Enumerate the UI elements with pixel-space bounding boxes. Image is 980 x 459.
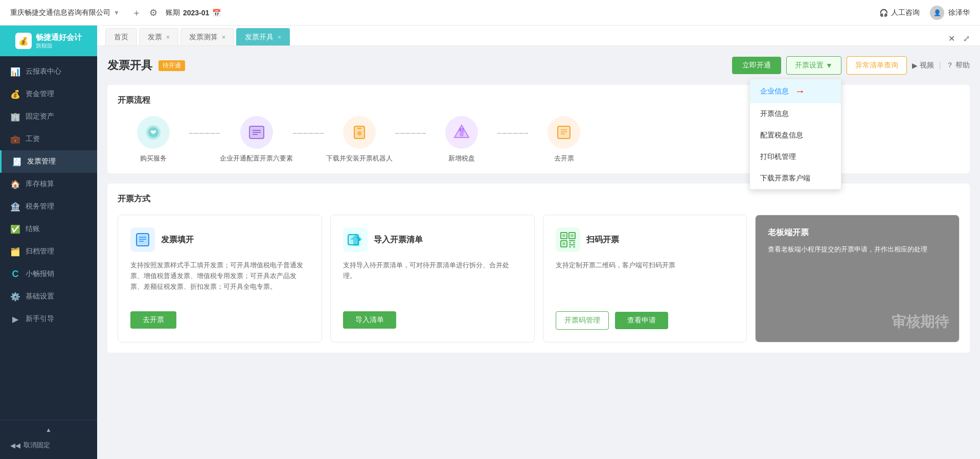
step-label-2: 企业开通配置开票六要素: [220, 154, 293, 163]
method-card-header-fill: 发票填开: [130, 227, 309, 252]
close-tab-button[interactable]: ✕: [946, 32, 957, 45]
question-icon: ？: [946, 61, 953, 70]
sidebar-item-checkout[interactable]: ✅ 结账: [0, 218, 97, 240]
boss-invoice-title: 老板端开票: [768, 227, 947, 238]
help-button[interactable]: ？ 帮助: [946, 61, 970, 70]
method-card-scan: 扫码开票 支持定制开票二维码，客户端可扫码开票 开票码管理 查看申请: [543, 215, 747, 342]
qrcode-manage-button[interactable]: 开票码管理: [556, 311, 609, 330]
method-card-import: 导入开票清单 支持导入待开票清单，可对待开票清单进行拆分、合并处理。 导入清单: [330, 215, 535, 342]
sidebar-item-label: 库存核算: [26, 179, 54, 189]
chart-icon: 📊: [10, 66, 20, 77]
page-title: 发票开具: [107, 58, 152, 73]
view-apply-button[interactable]: 查看申请: [615, 312, 668, 329]
sidebar-item-archive[interactable]: 🗂️ 归档管理: [0, 240, 97, 263]
step-label-1: 购买服务: [140, 154, 167, 163]
sidebar-item-label: 固定资产: [26, 112, 54, 121]
abnormal-list-button[interactable]: 异常清单查询: [847, 56, 907, 75]
calendar-icon[interactable]: 📅: [212, 9, 221, 17]
sidebar-item-fund[interactable]: 💰 资金管理: [0, 83, 97, 105]
method-section: 开票方式 发票填开 支持按照发票样式手工填开发票；可开具增值税电子普通发票、增值…: [107, 183, 970, 353]
tab-home[interactable]: 首页: [105, 28, 137, 45]
sidebar-item-tax[interactable]: 🏦 税务管理: [0, 195, 97, 218]
sidebar: 💰 畅捷通好会计 旗舰版 📊 云报表中心 💰 资金管理 🏢 固定资产 💼: [0, 26, 97, 459]
invoice-settings-button[interactable]: 开票设置 ▼: [786, 56, 841, 75]
close-tab-invoice-calc[interactable]: ×: [222, 34, 225, 41]
consult-button[interactable]: 🎧 人工咨询: [879, 8, 920, 17]
sidebar-item-cloud-report[interactable]: 📊 云报表中心: [0, 60, 97, 83]
dropdown-item-download-client[interactable]: 下载开票客户端: [750, 168, 841, 189]
fund-icon: 💰: [10, 89, 20, 99]
fill-invoice-icon: [130, 227, 155, 252]
sidebar-item-salary[interactable]: 💼 工资: [0, 128, 97, 150]
sidebar-item-report[interactable]: C 小畅报销: [0, 263, 97, 285]
logo-sub: 旗舰版: [36, 42, 82, 50]
fill-invoice-button[interactable]: 去开票: [130, 311, 176, 329]
settings-icon[interactable]: ⚙: [149, 7, 157, 18]
method-card-fill: 发票填开 支持按照发票样式手工填开发票；可开具增值税电子普通发票、增值税普通发票…: [118, 215, 322, 342]
sidebar-item-label: 工资: [26, 134, 40, 144]
sidebar-item-invoice[interactable]: 🧾 发票管理: [0, 150, 97, 173]
svg-rect-32: [571, 234, 574, 237]
tab-invoice-calc[interactable]: 发票测算 ×: [180, 28, 234, 45]
import-invoice-desc: 支持导入待开票清单，可对待开票清单进行拆分、合并处理。: [343, 260, 522, 301]
connector-1: [189, 133, 220, 134]
sidebar-item-label: 资金管理: [26, 89, 54, 99]
headset-icon: 🎧: [879, 9, 888, 17]
sidebar-item-guide[interactable]: ▶ 新手引导: [0, 308, 97, 330]
import-invoice-title: 导入开票清单: [374, 235, 423, 245]
archive-icon: 🗂️: [10, 246, 20, 257]
user-area[interactable]: 👤 徐泽华: [930, 6, 970, 20]
connector-3: [395, 133, 426, 134]
sidebar-item-label: 税务管理: [26, 202, 54, 211]
sidebar-item-label: 云报表中心: [26, 67, 61, 76]
sidebar-bottom: ▲ ◀◀ 取消固定: [0, 420, 97, 459]
red-arrow-icon: →: [795, 85, 805, 97]
sidebar-item-fixed-assets[interactable]: 🏢 固定资产: [0, 105, 97, 128]
step-label-5: 去开票: [554, 154, 574, 163]
dropdown-item-invoice-info[interactable]: 开票信息: [750, 103, 841, 125]
settings-dropdown-container: 开票设置 ▼ 企业信息 → 开票信息: [786, 56, 841, 75]
activate-button[interactable]: 立即开通: [732, 57, 781, 74]
scan-invoice-desc: 支持定制开票二维码，客户端可扫码开票: [556, 260, 735, 301]
boss-overlay-text: 审核期待: [892, 312, 949, 332]
connector-4: [497, 133, 528, 134]
sidebar-scroll-up[interactable]: ▲: [0, 424, 97, 435]
page-area: 发票开具 待开通 立即开通 开票设置 ▼ 企业信息 →: [97, 46, 980, 459]
logo-icon: 💰: [15, 33, 32, 49]
logo-text: 畅捷通好会计: [36, 33, 82, 42]
settings-dropdown-menu: 企业信息 → 开票信息 配置税盘信息 打印机管理: [749, 79, 841, 190]
step-label-4: 新增税盘: [448, 154, 475, 163]
sidebar-item-label: 发票管理: [27, 157, 56, 166]
svg-point-14: [460, 132, 464, 136]
add-icon[interactable]: ＋: [132, 7, 141, 19]
maximize-button[interactable]: ⤢: [961, 32, 972, 45]
dropdown-item-company-info[interactable]: 企业信息 →: [750, 79, 841, 103]
video-button[interactable]: ▶ 视频: [912, 61, 934, 70]
top-bar: 重庆畅捷交通信息咨询有限公司 ▼ ＋ ⚙ 账期 2023-01 📅 🎧 人工咨询…: [0, 0, 980, 26]
tab-invoice-issue[interactable]: 发票开具 ×: [236, 28, 290, 45]
invoice-icon: 🧾: [12, 156, 22, 167]
scan-invoice-buttons: 开票码管理 查看申请: [556, 311, 735, 330]
main-content: 首页 发票 × 发票测算 × 发票开具 × ✕ ⤢ 发票开具: [97, 26, 980, 459]
step-icon-3: [343, 116, 376, 149]
connector-2: [293, 133, 324, 134]
building-icon: 🏢: [10, 111, 20, 122]
close-tab-invoice-issue[interactable]: ×: [278, 34, 281, 41]
sidebar-item-settings[interactable]: ⚙️ 基础设置: [0, 285, 97, 308]
header-actions: 立即开通 开票设置 ▼ 企业信息 →: [732, 56, 970, 75]
svg-text:税: 税: [459, 127, 464, 133]
company-name: 重庆畅捷交通信息咨询有限公司: [10, 8, 110, 17]
sidebar-item-inventory[interactable]: 🏠 库存核算: [0, 173, 97, 195]
fill-invoice-desc: 支持按照发票样式手工填开发票；可开具增值税电子普通发票、增值税普通发票、增值税专…: [130, 260, 309, 301]
svg-text:❤: ❤: [150, 128, 156, 136]
method-section-title: 开票方式: [118, 194, 960, 204]
dropdown-item-printer[interactable]: 打印机管理: [750, 146, 841, 168]
company-selector[interactable]: 重庆畅捷交通信息咨询有限公司 ▼: [10, 8, 120, 17]
tab-invoice[interactable]: 发票 ×: [139, 28, 178, 45]
close-tab-invoice[interactable]: ×: [166, 34, 170, 41]
play-icon: ▶: [10, 314, 20, 324]
import-invoice-button[interactable]: 导入清单: [343, 311, 396, 329]
dropdown-item-tax-config[interactable]: 配置税盘信息: [750, 125, 841, 146]
method-card-boss: 老板端开票 查看老板端小程序提交的开票申请，并作出相应的处理 审核期待: [755, 215, 960, 342]
cancel-fixed-button[interactable]: ◀◀ 取消固定: [0, 435, 97, 455]
